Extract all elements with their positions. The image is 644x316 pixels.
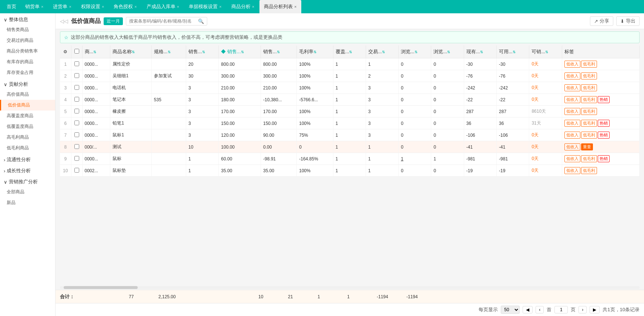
horizontal-scrollbar[interactable] [60,286,640,289]
sidebar-item-high-margin[interactable]: 高毛利商品 [0,132,55,143]
col-view2-header[interactable]: 浏览...⇅ [431,45,464,58]
nav-tab-templates[interactable]: 单据模板设置 × [184,0,226,13]
sidebar-item-low-coverage[interactable]: 低覆盖度商品 [0,121,55,132]
close-permissions-icon[interactable]: × [102,4,104,9]
col-saleable-header[interactable]: 可销...⇅ [529,45,562,58]
nav-tab-analysis[interactable]: 商品分析 × [227,0,259,13]
sidebar-group-marketing[interactable]: ∨ 营销推广分析 [0,176,55,187]
select-all-checkbox[interactable] [74,49,79,54]
page-size-select[interactable]: 50 100 200 [501,306,520,314]
nav-tab-salesorder[interactable]: 销货单 × [21,0,48,13]
row-checkbox-cell[interactable] [71,118,82,129]
sidebar-item-low-value[interactable]: 低价值商品 [0,100,55,111]
close-analysis-icon[interactable]: × [252,4,254,9]
scrollbar-thumb[interactable] [64,286,138,289]
row-checkbox[interactable] [74,73,79,78]
close-storage-icon[interactable]: × [177,4,179,9]
nav-home[interactable]: 首页 [3,0,20,13]
nav-tab-roles[interactable]: 角色授权 × [109,0,141,13]
row-checkbox[interactable] [74,132,79,137]
row-name: 吴细细1 [110,70,151,82]
sidebar-group-contribution[interactable]: ∨ 贡献分析 [0,78,55,89]
tag: 低收入 [564,61,580,68]
search-input[interactable] [129,18,197,24]
row-checkbox-cell[interactable] [71,165,82,177]
page-number-input[interactable] [554,306,568,313]
sidebar-item-all-goods[interactable]: 全部商品 [0,187,55,197]
sidebar-item-traded[interactable]: 交易过的商品 [0,35,55,46]
sidebar-item-new-goods[interactable]: 新品 [0,197,55,208]
close-salesorder-icon[interactable]: × [41,4,43,9]
sidebar-item-inventory-cost[interactable]: 库存资金占用 [0,67,55,78]
close-roles-icon[interactable]: × [134,4,137,9]
collapse-sidebar-btn[interactable]: ◁◁ [60,18,68,24]
sidebar-group-overall[interactable]: ∨ 整体信息 [0,13,55,24]
col-stock2-header[interactable]: 可用...⇅ [497,45,529,58]
row-checkbox[interactable] [74,97,79,102]
row-col9: 1 [333,129,366,141]
row-checkbox[interactable] [74,156,79,161]
first-page-btn[interactable]: ◀ [523,306,533,313]
row-col11[interactable]: 1 [399,153,431,165]
col-trade-header[interactable]: 交易...⇅ [366,45,398,58]
footer-col13: -1194 [375,294,404,299]
row-checkbox[interactable] [74,85,79,90]
data-table: ⚙ 商...⇅ 商品名称⇅ 规格...⇅ 销售...⇅ ◆ 销售...⇅ 销售.… [60,45,640,177]
close-analysis-list-icon[interactable]: × [294,4,296,9]
chevron-right-icon: › [4,157,5,163]
sidebar-item-high-value[interactable]: 高价值商品 [0,89,55,100]
col-margin-header[interactable]: 毛利率⇅ [297,45,333,58]
row-checkbox-cell[interactable] [71,106,82,118]
nav-tab-analysis-list[interactable]: 商品分析列表 × [259,0,301,13]
sidebar-item-category-rate[interactable]: 商品分类销售率 [0,46,55,57]
row-checkbox[interactable] [74,144,79,149]
row-col11: 0 [399,129,431,141]
row-checkbox[interactable] [74,120,79,125]
row-checkbox-cell[interactable] [71,70,82,82]
row-checkbox[interactable] [74,109,79,113]
col-checkbox-header[interactable] [71,45,82,58]
row-checkbox-cell[interactable] [71,141,82,153]
row-checkbox-cell[interactable] [71,82,82,94]
next-page-btn[interactable]: › [578,306,587,313]
nav-tab-permissions[interactable]: 权限设置 × [77,0,108,13]
row-checkbox[interactable] [74,61,79,66]
row-col14: -76 [497,70,529,82]
col-spec-header[interactable]: 规格...⇅ [151,45,186,58]
row-checkbox[interactable] [74,168,79,173]
close-purchase-icon[interactable]: × [69,4,71,9]
row-checkbox-cell[interactable] [71,94,82,106]
export-button[interactable]: ⬇ 导出 [616,16,640,26]
row-checkbox-cell[interactable] [71,129,82,141]
filter-recent-month-btn[interactable]: 近一月 [104,17,123,25]
sidebar-item-low-margin[interactable]: 低毛利商品 [0,143,55,153]
sidebar-group-growth[interactable]: › 成长性分析 [0,164,55,176]
row-days: 8610天 [529,106,562,118]
col-name-header[interactable]: 商品名称⇅ [110,45,151,58]
share-button[interactable]: ↗ 分享 [590,16,613,26]
row-checkbox-cell[interactable] [71,58,82,70]
col-sales1-header[interactable]: 销售...⇅ [186,45,218,58]
col-settings[interactable]: ⚙ [60,45,71,58]
search-icon[interactable]: 🔍 [198,18,204,24]
col-tags-header[interactable]: 标签 [562,45,639,58]
row-col11: 0 [399,106,431,118]
col-sales2-header[interactable]: ◆ 销售...⇅ [219,45,261,58]
col-coverage-header[interactable]: 覆盖...⇅ [333,45,366,58]
sidebar-item-high-coverage[interactable]: 高覆盖度商品 [0,111,55,121]
nav-tab-purchase[interactable]: 进货单 × [48,0,76,13]
sidebar-item-instock[interactable]: 有库存的商品 [0,57,55,67]
last-page-btn[interactable]: ▶ [590,306,600,313]
col-view1-header[interactable]: 浏览...⇅ [399,45,431,58]
sidebar-item-sales-goods[interactable]: 销售类商品 [0,24,55,35]
nav-tab-storage[interactable]: 产成品入库单 × [142,0,184,13]
close-templates-icon[interactable]: × [219,4,221,9]
prev-page-btn[interactable]: ‹ [536,306,544,313]
sidebar-group-circulation[interactable]: › 流通性分析 [0,153,55,164]
row-checkbox-cell[interactable] [71,153,82,165]
col-sales3-header[interactable]: 销售...⇅ [261,45,296,58]
row-col11: 0 [399,141,431,153]
table-wrapper[interactable]: ⚙ 商...⇅ 商品名称⇅ 规格...⇅ 销售...⇅ ◆ 销售...⇅ 销售.… [56,45,644,286]
col-code-header[interactable]: 商...⇅ [82,45,110,58]
col-stock1-header[interactable]: 现有...⇅ [464,45,496,58]
